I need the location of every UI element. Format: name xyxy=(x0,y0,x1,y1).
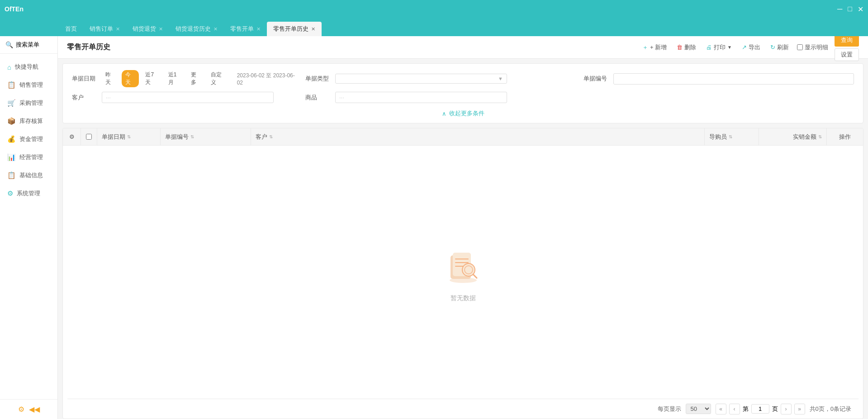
goods-input[interactable]: ··· xyxy=(335,92,507,103)
guide-sort-icon[interactable]: ⇅ xyxy=(729,134,732,139)
date-today[interactable]: 今天 xyxy=(122,70,139,87)
client-input[interactable]: ··· xyxy=(102,92,274,103)
sidebar-item-quick-nav-label: 快捷导航 xyxy=(15,63,38,71)
sidebar-item-purchase-mgmt-label: 采购管理 xyxy=(19,99,43,107)
operations-icon: 📊 xyxy=(7,153,16,161)
display-detail-checkbox[interactable]: 显示明细 xyxy=(797,43,828,52)
date-custom[interactable]: 自定义 xyxy=(207,70,229,87)
settings-button[interactable]: 设置 xyxy=(835,48,859,61)
page-nav: « ‹ 第 页 › » xyxy=(716,404,805,414)
export-button[interactable]: ↗ 导出 xyxy=(740,42,762,52)
sidebar-nav: ⌂ 快捷导航 📋 销售管理 🛒 采购管理 📦 库存核算 💰 资金管理 📊 xyxy=(0,54,57,207)
maximize-button[interactable]: □ xyxy=(848,5,852,13)
tab-retail-open-close[interactable]: ✕ xyxy=(256,26,261,32)
next-page-button[interactable]: › xyxy=(781,404,792,414)
purchase-icon: 🛒 xyxy=(7,99,16,107)
date-yesterday[interactable]: 昨天 xyxy=(102,70,119,87)
amount-sort-icon[interactable]: ⇅ xyxy=(818,134,822,139)
docno-input[interactable] xyxy=(613,73,854,85)
add-button[interactable]: ＋ + 新增 xyxy=(640,42,669,52)
table-header: ⚙ 单据日期 ⇅ 单据编号 ⇅ 客户 ⇅ 导购员 xyxy=(63,128,863,146)
export-icon: ↗ xyxy=(742,44,747,51)
sidebar-item-finance[interactable]: 💰 资金管理 xyxy=(0,131,57,148)
refresh-button[interactable]: ↻ 刷新 xyxy=(768,42,791,52)
tab-sales-return-history-close[interactable]: ✕ xyxy=(213,26,218,32)
no-sort-icon[interactable]: ⇅ xyxy=(190,134,194,139)
last-page-button[interactable]: » xyxy=(794,404,805,414)
sidebar-search[interactable]: 🔍 搜索菜单 xyxy=(0,36,57,54)
display-detail-input[interactable] xyxy=(797,44,803,50)
th-check[interactable] xyxy=(81,128,97,145)
th-settings[interactable]: ⚙ xyxy=(63,128,81,145)
th-client-label: 客户 xyxy=(256,133,267,141)
print-button[interactable]: 🖨 打印 ▼ xyxy=(704,42,734,52)
sidebar-settings-icon[interactable]: ⚙ xyxy=(18,405,24,414)
query-settings-group: 查询 设置 xyxy=(835,36,859,61)
filter-row-2: 客户 ··· 商品 ··· xyxy=(72,92,854,103)
window-title-bar: OfTEn ─ □ ✕ xyxy=(0,0,868,18)
sidebar-item-purchase-mgmt[interactable]: 🛒 采购管理 xyxy=(0,94,57,112)
tab-home[interactable]: 首页 xyxy=(59,22,83,36)
select-all-checkbox[interactable] xyxy=(86,134,92,140)
tab-retail-open[interactable]: 零售开单 ✕ xyxy=(224,22,267,36)
th-op-label: 操作 xyxy=(839,133,851,141)
page-header: 零售开单历史 ＋ + 新增 🗑 删除 🖨 打印 ▼ ↗ 导出 xyxy=(58,36,868,59)
type-select[interactable]: ▼ xyxy=(335,74,507,84)
tab-sales-order-close[interactable]: ✕ xyxy=(116,26,120,32)
sidebar-bottom: ⚙ ◀◀ xyxy=(0,399,57,419)
refresh-icon: ↻ xyxy=(770,44,775,51)
date-last1month[interactable]: 近1月 xyxy=(165,70,185,87)
prev-page-button[interactable]: ‹ xyxy=(729,404,740,414)
sidebar-item-quick-nav[interactable]: ⌂ 快捷导航 xyxy=(0,58,57,75)
sidebar-collapse-icon[interactable]: ◀◀ xyxy=(29,405,40,414)
home-icon: ⌂ xyxy=(7,63,11,71)
type-filter-label: 单据类型 xyxy=(305,75,331,83)
filter-collapse-btn[interactable]: ∧ 收起更多条件 xyxy=(72,108,854,119)
print-icon: 🖨 xyxy=(706,44,712,51)
th-client[interactable]: 客户 ⇅ xyxy=(251,128,705,145)
th-guide[interactable]: 导购员 ⇅ xyxy=(705,128,759,145)
goods-filter: 商品 ··· xyxy=(305,92,576,103)
page-title: 零售开单历史 xyxy=(67,42,640,52)
minimize-button[interactable]: ─ xyxy=(837,5,842,13)
tab-retail-open-history-close[interactable]: ✕ xyxy=(311,26,315,32)
tab-sales-order[interactable]: 销售订单 ✕ xyxy=(83,22,126,36)
date-more[interactable]: 更多 xyxy=(187,70,204,87)
page-input[interactable] xyxy=(751,404,769,414)
th-no[interactable]: 单据编号 ⇅ xyxy=(161,128,251,145)
sidebar-item-sales-mgmt[interactable]: 📋 销售管理 xyxy=(0,76,57,94)
date-last7days[interactable]: 近7天 xyxy=(142,70,161,87)
client-sort-icon[interactable]: ⇅ xyxy=(269,134,273,139)
svg-line-7 xyxy=(473,274,477,278)
th-amount[interactable]: 实销金额 ⇅ xyxy=(759,128,827,145)
tab-home-label: 首页 xyxy=(65,25,77,33)
column-settings-icon[interactable]: ⚙ xyxy=(69,133,75,140)
query-button[interactable]: 查询 xyxy=(835,36,859,47)
display-detail-label: 显示明细 xyxy=(805,43,828,52)
inventory-icon: 📦 xyxy=(7,117,16,125)
date-sort-icon[interactable]: ⇅ xyxy=(127,134,131,139)
sidebar-item-basic-info[interactable]: 📋 基础信息 xyxy=(0,167,57,184)
th-date[interactable]: 单据日期 ⇅ xyxy=(97,128,161,145)
th-date-label: 单据日期 xyxy=(102,133,125,141)
first-page-button[interactable]: « xyxy=(716,404,726,414)
sidebar-item-operations[interactable]: 📊 经营管理 xyxy=(0,149,57,166)
tab-sales-return[interactable]: 销货退货 ✕ xyxy=(126,22,169,36)
sidebar-item-inventory[interactable]: 📦 库存核算 xyxy=(0,113,57,130)
tab-retail-open-history[interactable]: 零售开单历史 ✕ xyxy=(267,22,322,36)
delete-button[interactable]: 🗑 删除 xyxy=(675,42,698,52)
collapse-chevron-icon: ∧ xyxy=(442,110,446,117)
table-body: 暂无数据 xyxy=(63,146,863,399)
tab-sales-return-label: 销货退货 xyxy=(133,25,156,33)
filter-area: 单据日期 昨天 今天 近7天 近1月 更多 自定义 2023-06-02 至 2… xyxy=(62,63,863,123)
tab-sales-return-close[interactable]: ✕ xyxy=(159,26,163,32)
delete-icon: 🗑 xyxy=(677,44,683,51)
type-filter: 单据类型 ▼ xyxy=(305,74,576,84)
tab-sales-return-history[interactable]: 销货退货历史 ✕ xyxy=(169,22,224,36)
per-page-select[interactable]: 50 10 20 100 xyxy=(686,404,711,414)
close-button[interactable]: ✕ xyxy=(858,5,863,14)
add-label: + 新增 xyxy=(650,43,667,52)
empty-text: 暂无数据 xyxy=(451,294,476,302)
sidebar-item-sys-mgmt[interactable]: ⚙ 系统管理 xyxy=(0,185,57,202)
sys-mgmt-icon: ⚙ xyxy=(7,189,13,198)
